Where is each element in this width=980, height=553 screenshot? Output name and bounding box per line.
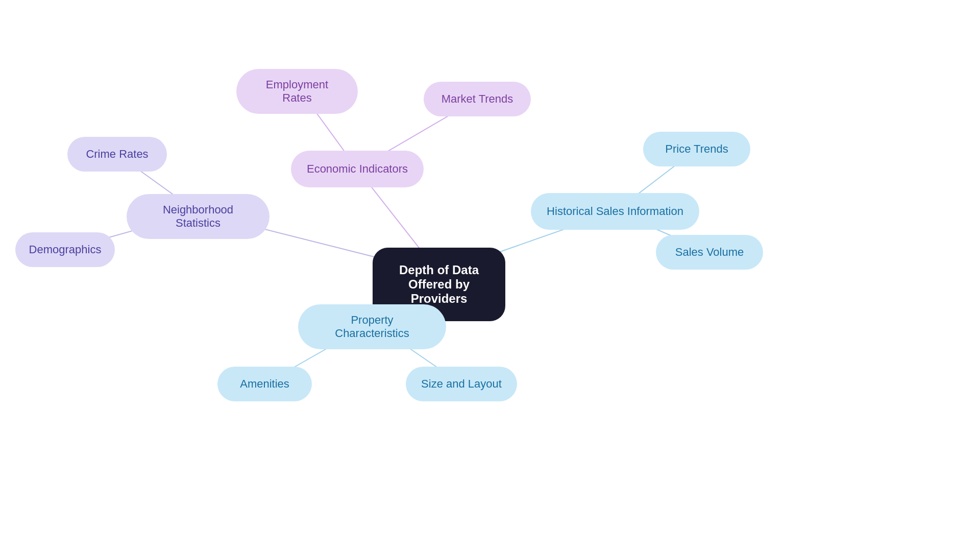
node-label-size_and_layout: Size and Layout (421, 377, 502, 391)
node-label-historical_sales: Historical Sales Information (547, 205, 683, 218)
node-employment_rates: Employment Rates (236, 69, 358, 114)
node-label-center: Depth of Data Offered by Providers (388, 263, 490, 306)
node-label-price_trends: Price Trends (665, 142, 728, 156)
node-label-economic_indicators: Economic Indicators (307, 162, 408, 176)
node-demographics: Demographics (15, 232, 115, 267)
node-crime_rates: Crime Rates (67, 137, 167, 172)
node-label-crime_rates: Crime Rates (86, 148, 148, 161)
node-property_characteristics: Property Characteristics (298, 304, 446, 349)
mind-map-diagram: Depth of Data Offered by ProvidersEconom… (0, 0, 980, 553)
node-label-employment_rates: Employment Rates (252, 78, 342, 105)
node-amenities: Amenities (217, 367, 312, 401)
node-price_trends: Price Trends (643, 132, 750, 166)
node-label-property_characteristics: Property Characteristics (313, 314, 431, 340)
node-market_trends: Market Trends (424, 82, 531, 116)
node-economic_indicators: Economic Indicators (291, 151, 424, 187)
node-label-amenities: Amenities (240, 377, 289, 391)
node-neighborhood_statistics: Neighborhood Statistics (127, 194, 270, 239)
node-label-sales_volume: Sales Volume (675, 246, 744, 259)
node-historical_sales: Historical Sales Information (531, 193, 699, 230)
node-label-neighborhood_statistics: Neighborhood Statistics (142, 203, 254, 230)
node-label-market_trends: Market Trends (442, 92, 513, 106)
node-sales_volume: Sales Volume (656, 235, 763, 270)
node-label-demographics: Demographics (29, 243, 102, 256)
node-size_and_layout: Size and Layout (406, 367, 517, 401)
